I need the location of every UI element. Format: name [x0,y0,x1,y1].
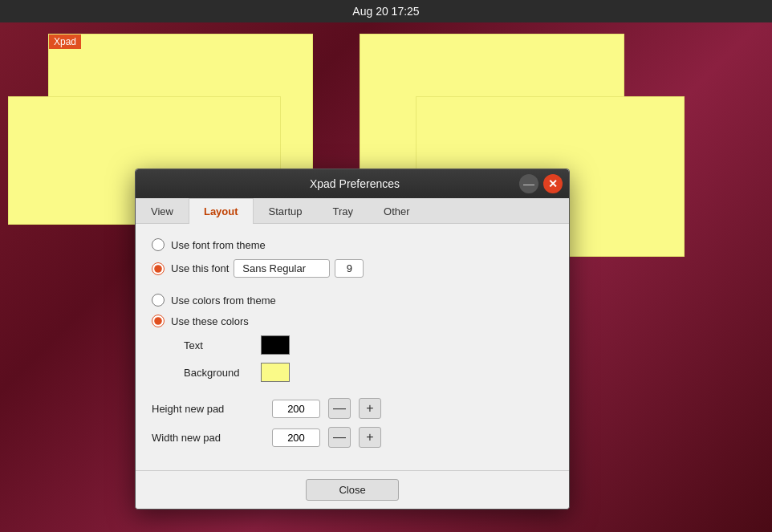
color-theme-row: Use colors from theme [152,294,553,307]
font-display: Use this font Sans Regular 9 [171,259,364,278]
close-button[interactable]: Close [306,479,398,501]
use-these-colors-label[interactable]: Use these colors [171,315,249,327]
width-increment-button[interactable]: + [359,427,381,448]
height-label: Height new pad [152,403,264,415]
text-color-label: Text [184,339,248,351]
tab-bar: View Layout Startup Tray Other [136,198,569,224]
use-this-font-row: Use this font Sans Regular 9 [152,259,553,278]
dialog-footer: Close [136,470,569,509]
use-these-colors-radio[interactable] [152,315,165,327]
background-color-label: Background [184,367,248,379]
close-window-button[interactable]: ✕ [543,174,563,193]
height-increment-button[interactable]: + [359,398,381,419]
width-input[interactable] [272,428,320,447]
dialog-body: Use font from theme Use this font Sans R… [136,224,569,470]
note-title: Xpad [49,35,81,49]
use-theme-colors-radio[interactable] [152,294,165,307]
dialog-titlebar: Xpad Preferences — ✕ [136,169,569,198]
width-row: Width new pad — + [152,427,553,448]
use-these-colors-row: Use these colors [152,315,553,327]
height-decrement-button[interactable]: — [328,398,351,419]
use-theme-colors-label[interactable]: Use colors from theme [171,294,276,307]
tab-view[interactable]: View [136,198,189,224]
taskbar: Aug 20 17:25 [0,0,772,22]
use-theme-font-radio[interactable] [152,238,165,251]
titlebar-controls: — ✕ [519,174,563,193]
minimize-button[interactable]: — [519,174,538,193]
dialog-title: Xpad Preferences [190,177,519,190]
background-color-row: Background [184,363,553,382]
font-size-display[interactable]: 9 [335,259,364,278]
tab-tray[interactable]: Tray [318,198,369,224]
tab-layout[interactable]: Layout [189,198,254,224]
text-color-swatch[interactable] [261,335,290,355]
font-name-display[interactable]: Sans Regular [234,259,330,278]
height-row: Height new pad — + [152,398,553,419]
height-input[interactable] [272,400,320,418]
use-this-font-radio[interactable] [152,262,165,275]
tab-startup[interactable]: Startup [254,198,318,224]
use-this-font-label[interactable]: Use this font [171,262,229,274]
background-color-swatch[interactable] [261,363,290,382]
width-decrement-button[interactable]: — [328,427,351,448]
width-label: Width new pad [152,432,264,444]
font-theme-row: Use font from theme [152,238,553,251]
preferences-dialog: Xpad Preferences — ✕ View Layout Startup… [135,169,570,510]
text-color-row: Text [184,335,553,355]
tab-other[interactable]: Other [368,198,425,224]
use-theme-font-label[interactable]: Use font from theme [171,239,266,251]
datetime: Aug 20 17:25 [352,5,419,18]
